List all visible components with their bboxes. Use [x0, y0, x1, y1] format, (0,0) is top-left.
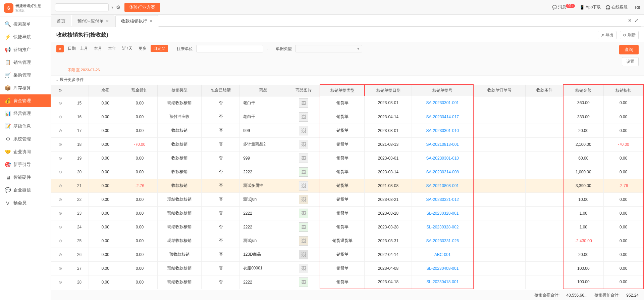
export-button[interactable]: ↗ 导出: [598, 31, 616, 39]
bill-no-link[interactable]: SL-20230418-001: [426, 280, 459, 284]
topbar-gear-icon[interactable]: ⚙: [116, 4, 120, 10]
query-button[interactable]: 查询: [619, 45, 639, 54]
topbar-search-input[interactable]: [55, 3, 109, 11]
bill-no-link[interactable]: SL-20230328-002: [426, 225, 459, 229]
cell-gear[interactable]: ⊙: [51, 206, 70, 220]
bill-no-link[interactable]: SL-20230408-001: [426, 266, 459, 271]
cell-writeoff-type: 现结收款核销: [157, 192, 201, 206]
cell-gear[interactable]: ⊙: [51, 234, 70, 248]
sidebar-item-system[interactable]: ⚙系统管理: [0, 133, 51, 145]
tab-receipt-writeoff-close[interactable]: ✕: [149, 19, 153, 24]
cell-goods-image[interactable]: 🖼: [287, 96, 320, 110]
sidebar-item-purchase[interactable]: 🛒采购管理: [0, 69, 51, 82]
cell-goods-image[interactable]: 🖼: [287, 124, 320, 137]
tab-receipt-writeoff[interactable]: 收款核销执行 ✕: [115, 15, 158, 27]
cell-goods-image[interactable]: 🖼: [287, 192, 320, 206]
close-tab-icon[interactable]: ✕: [628, 18, 632, 23]
voucher-type-select[interactable]: ▾: [295, 45, 362, 52]
cell-goods-image[interactable]: 🖼: [287, 261, 320, 275]
cell-gear[interactable]: ⊙: [51, 124, 70, 137]
cell-gear[interactable]: ⊙: [51, 275, 70, 289]
bill-no-link[interactable]: SL-20230328-001: [426, 211, 459, 216]
settings-button[interactable]: 设置: [622, 57, 639, 66]
cell-goods-image[interactable]: 🖼: [287, 151, 320, 165]
cell-gear[interactable]: ⊙: [51, 192, 70, 206]
cell-gear[interactable]: ⊙: [51, 165, 70, 179]
cell-no: 20: [70, 165, 89, 179]
cell-goods-image[interactable]: 🖼: [287, 275, 320, 289]
cell-gear[interactable]: ⊙: [51, 137, 70, 151]
col-gear[interactable]: ⚙: [51, 85, 70, 96]
page-title: 收款核销执行(按收款): [56, 32, 108, 39]
bill-no-link[interactable]: SA-20230301-001: [426, 100, 459, 105]
last-month-btn[interactable]: 上月: [78, 45, 90, 52]
cell-goods-image[interactable]: 🖼: [287, 248, 320, 261]
cell-gear[interactable]: ⊙: [51, 110, 70, 124]
message-button[interactable]: 💬 消息 99+: [552, 4, 575, 10]
sidebar-item-search[interactable]: 🔍搜索菜单: [0, 18, 51, 31]
sidebar-item-wechat[interactable]: 💬企业微信: [0, 184, 51, 197]
tab-home[interactable]: 首页: [51, 15, 71, 27]
cell-gear[interactable]: ⊙: [51, 261, 70, 275]
sidebar-item-sales[interactable]: 📋销售管理: [0, 56, 51, 69]
this-month-btn[interactable]: 本月: [92, 45, 104, 52]
sidebar-item-finance[interactable]: 💰资金管理: [0, 94, 51, 107]
bill-no-link[interactable]: SA-20230414-017: [426, 115, 459, 119]
bill-no-link[interactable]: SA-20210813-001: [426, 142, 459, 147]
cell-gear[interactable]: ⊙: [51, 179, 70, 192]
table-row: ⊙ 19 0.00 0.00 收款核销 否 999 🖼 销货单 2023-03-…: [51, 151, 644, 165]
filter-toggle-button[interactable]: »: [56, 45, 64, 52]
sidebar-item-collab[interactable]: 🤝企业协同: [0, 145, 51, 158]
last7-btn[interactable]: 近7天: [120, 45, 135, 52]
cell-no: 23: [70, 206, 89, 220]
sidebar-item-label: 采购管理: [13, 72, 31, 78]
sidebar-item-marketing[interactable]: 📢营销推广: [0, 43, 51, 56]
sidebar-item-inventory[interactable]: 📦库存核算: [0, 82, 51, 94]
chevron-down-icon: ▾: [357, 46, 359, 51]
cell-writeoff-discount: 0.00: [603, 234, 644, 248]
user-avatar[interactable]: Rit: [635, 5, 640, 10]
bill-no-link[interactable]: SA-20230301-010: [426, 156, 459, 161]
cell-gear[interactable]: ⊙: [51, 96, 70, 110]
cell-goods-image[interactable]: 🖼: [287, 179, 320, 192]
cell-gear[interactable]: ⊙: [51, 248, 70, 261]
industry-solution-button[interactable]: 体验行业方案: [124, 3, 160, 12]
bill-no-link[interactable]: SA-20230301-010: [426, 128, 459, 133]
app-download-button[interactable]: 📱 App下载: [580, 4, 601, 10]
tab-prepay-close[interactable]: ✕: [106, 19, 109, 24]
cell-goods-image[interactable]: 🖼: [287, 234, 320, 248]
tab-prepay[interactable]: 预付冲应付单 ✕: [72, 15, 115, 27]
search-icon: 🔍: [5, 21, 11, 27]
cell-goods-image[interactable]: 🖼: [287, 137, 320, 151]
sidebar-item-quicknav[interactable]: ⚡快捷导航: [0, 31, 51, 43]
sidebar-item-guide[interactable]: 🎯新手引导: [0, 158, 51, 171]
bill-no-link[interactable]: SA-20230331-026: [426, 239, 459, 243]
topbar-dropdown-icon[interactable]: ▾: [111, 5, 113, 10]
cell-writeoff-type: 现结收款核销: [157, 275, 201, 289]
cell-goods-image[interactable]: 🖼: [287, 110, 320, 124]
online-service-button[interactable]: 🎧 在线客服: [605, 4, 628, 10]
sidebar-item-basic[interactable]: 📝基础信息: [0, 120, 51, 133]
custom-date-btn[interactable]: 自定义: [151, 45, 168, 52]
more-date-btn[interactable]: 更多: [137, 45, 149, 52]
partner-input[interactable]: [196, 45, 263, 52]
bill-no-link[interactable]: SA-20210808-001: [426, 183, 459, 188]
sidebar-item-operation[interactable]: 📊经营管理: [0, 107, 51, 120]
cell-bill-no: SA-20230314-008: [412, 165, 473, 179]
this-year-btn[interactable]: 本年: [106, 45, 118, 52]
maximize-icon[interactable]: ⤢: [635, 18, 639, 23]
cell-gear[interactable]: ⊙: [51, 220, 70, 234]
sidebar-item-member[interactable]: V畅会员: [0, 197, 51, 209]
expand-more-btn[interactable]: ⌄ 展开更多条件: [51, 76, 644, 84]
cell-gear[interactable]: ⊙: [51, 151, 70, 165]
cell-goods-image[interactable]: 🖼: [287, 206, 320, 220]
cell-goods-image[interactable]: 🖼: [287, 220, 320, 234]
sidebar-item-hardware[interactable]: 🖥智能硬件: [0, 171, 51, 184]
bill-no-link[interactable]: ABC-001: [434, 252, 451, 257]
refresh-button[interactable]: ↺ 刷新: [620, 31, 639, 39]
col-bill-date: 核销单据日期: [365, 85, 412, 96]
cell-goods-image[interactable]: 🖼: [287, 165, 320, 179]
bill-no-link[interactable]: SA-20230314-008: [426, 170, 459, 174]
cell-receipt-condition: [525, 124, 563, 137]
bill-no-link[interactable]: SA-20230321-012: [426, 197, 459, 202]
